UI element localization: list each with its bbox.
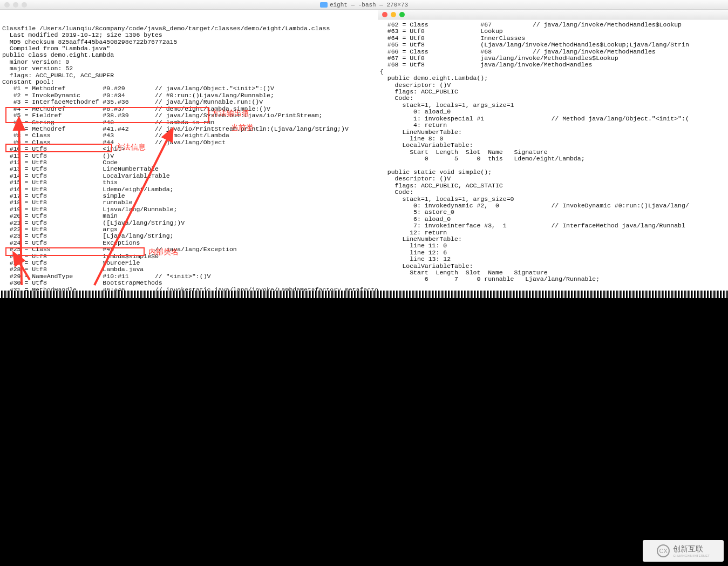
terminal-right-titlebar	[378, 10, 728, 19]
zoom-button[interactable]	[399, 12, 405, 17]
noise-strip	[0, 291, 728, 298]
zoom-button-inactive[interactable]	[22, 2, 27, 8]
window-title: eight — -bash — 270×73	[330, 2, 408, 8]
terminal-right-content: #62 = Class #67 // java/lang/invoke/Meth…	[378, 19, 728, 285]
annotation-label-method-output: 方法输出值	[212, 109, 249, 118]
window-titlebar: eight — -bash — 270×73	[0, 0, 728, 10]
annotation-label-inner-class: 内部类名	[148, 247, 179, 257]
terminal-right[interactable]: #62 = Class #67 // java/lang/invoke/Meth…	[378, 10, 728, 291]
minimize-button[interactable]	[391, 12, 396, 17]
folder-icon	[320, 2, 328, 8]
watermark-sub: CHUANGXIN INTERNET	[673, 554, 710, 557]
annotation-label-current-class: 当前类	[231, 123, 254, 133]
terminal-left-content: Classfile /Users/luanqiu/8company/code/j…	[2, 25, 376, 291]
close-button-inactive[interactable]	[4, 2, 10, 8]
watermark-logo-icon: CX	[657, 544, 670, 557]
minimize-button-inactive[interactable]	[13, 2, 18, 8]
watermark-text: 创新互联	[673, 544, 710, 554]
watermark: CX 创新互联 CHUANGXIN INTERNET	[643, 540, 724, 562]
annotation-label-method-info: 方法信息	[115, 143, 146, 152]
traffic-lights-left	[4, 2, 27, 8]
terminal-left[interactable]: Classfile /Users/luanqiu/8company/code/j…	[0, 10, 378, 291]
close-button[interactable]	[382, 12, 387, 17]
